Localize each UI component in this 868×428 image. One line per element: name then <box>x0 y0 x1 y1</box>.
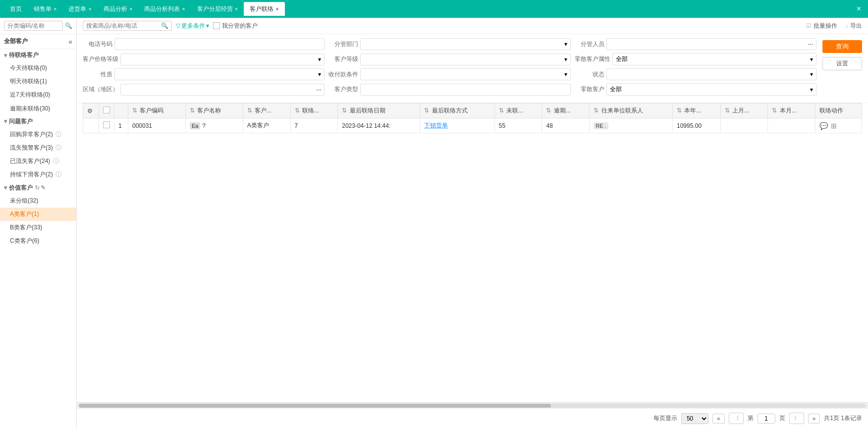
th-level[interactable]: ⇅ 客户... <box>243 104 290 118</box>
close-tab-customer-contact[interactable]: × <box>275 6 278 12</box>
th-contact-count[interactable]: ⇅ 联络... <box>290 104 338 118</box>
close-tab-product-analysis-list[interactable]: × <box>182 6 185 12</box>
filter-nature-select[interactable] <box>114 68 325 80</box>
scrollbar-track[interactable] <box>79 404 866 408</box>
sidebar-item-a-class[interactable]: A类客户(1) <box>0 208 76 221</box>
row-checkbox-icon[interactable] <box>103 121 110 128</box>
sidebar-item-tomorrow-pending[interactable]: 明天待联络(1) <box>0 75 76 88</box>
sidebar-group-problem[interactable]: ▾ 问题客户 <box>0 115 76 128</box>
close-tab-customer-tier[interactable]: × <box>235 6 238 12</box>
scrollbar-thumb[interactable] <box>79 404 551 408</box>
filter-region-label: 区域（地区） <box>83 85 118 94</box>
th-this-year[interactable]: ⇅ 本年... <box>673 104 721 118</box>
query-button[interactable]: 查询 <box>822 40 862 53</box>
sort-last-date-icon: ⇅ <box>342 107 347 114</box>
th-settings[interactable] <box>83 104 99 118</box>
filter-customer-type-select[interactable] <box>360 84 570 96</box>
per-page-select[interactable]: 50 100 200 <box>681 413 708 424</box>
filter-price-level-select[interactable] <box>120 54 325 65</box>
my-customer-check-icon[interactable] <box>213 22 220 29</box>
th-overdue[interactable]: ⇅ 逾期... <box>542 104 590 118</box>
filter-status-select[interactable] <box>606 68 816 80</box>
close-tab-sales[interactable]: × <box>54 6 56 12</box>
tab-product-analysis-list[interactable]: 商品分析列表 × <box>138 2 191 16</box>
th-contact-person[interactable]: ⇅ 往来单位联系人 <box>590 104 673 118</box>
export-button[interactable]: ↓ 导出 <box>845 22 862 30</box>
horizontal-scrollbar[interactable] <box>77 402 868 408</box>
th-not-contacted[interactable]: ⇅ 未联... <box>494 104 542 118</box>
tab-customer-contact[interactable]: 客户联络 × <box>244 2 284 16</box>
filter-customer-level-select[interactable] <box>360 54 570 65</box>
filter-person-select[interactable] <box>606 38 816 50</box>
sidebar-item-repurchase-abnormal[interactable]: 回购异常客户(2) ⓘ <box>0 128 76 141</box>
tab-product-analysis[interactable]: 商品分析 × <box>98 2 138 16</box>
header-checkbox-icon[interactable] <box>103 107 110 113</box>
filter-region-select[interactable] <box>120 84 325 96</box>
first-page-button[interactable]: « <box>712 414 725 424</box>
filter-row-2: 客户价格等级 客户等级 零散客户属性 <box>83 53 816 65</box>
my-customer-checkbox[interactable]: 我分管的客户 <box>213 22 258 30</box>
close-tab-product-analysis[interactable]: × <box>129 6 132 12</box>
sidebar-item-today-pending[interactable]: 今天待联络(0) <box>0 61 76 75</box>
sidebar-search-icon[interactable]: 🔍 <box>65 22 72 29</box>
sidebar-collapse-icon[interactable]: « <box>68 38 72 46</box>
last-contact-method-link[interactable]: 下销货单 <box>424 122 448 129</box>
table-settings-icon[interactable] <box>87 107 93 114</box>
filter-dept-select[interactable] <box>360 38 570 50</box>
value-refresh-icon[interactable]: ↻ <box>35 184 40 191</box>
th-last-contact-method[interactable]: ⇅ 最后联络方式 <box>420 104 495 118</box>
filter-scatter-attr-select[interactable]: 全部 <box>612 53 816 65</box>
sidebar-item-7days-pending[interactable]: 近7天待联络(0) <box>0 88 76 102</box>
th-last-month[interactable]: ⇅ 上月... <box>720 104 768 118</box>
page-label: 第 <box>748 414 754 423</box>
close-tab-purchase[interactable]: × <box>88 6 91 12</box>
setting-button[interactable]: 设置 <box>822 57 862 70</box>
page-number-input[interactable] <box>758 414 775 424</box>
toolbar-search-input[interactable] <box>86 22 161 29</box>
tab-sales[interactable]: 销售单 × <box>28 2 62 16</box>
sidebar-search-input[interactable] <box>4 21 63 31</box>
tab-purchase[interactable]: 进货单 × <box>62 2 97 16</box>
td-name[interactable]: Ea? <box>185 118 243 133</box>
sidebar-search-area: 🔍 <box>0 18 76 34</box>
sidebar-group-pending[interactable]: ▾ 待联络客户 <box>0 49 76 61</box>
sidebar-item-declining[interactable]: 持续下滑客户(2) ⓘ <box>0 168 76 181</box>
th-code[interactable]: ⇅ 客户编码 <box>128 104 186 118</box>
window-close-icon[interactable]: × <box>854 3 864 14</box>
toolbar: 🔍 ▽ 更多条件 ▾ 我分管的客户 ☑ 批量操作 ↓ 导出 <box>77 18 868 34</box>
next-page-button[interactable]: 〉 <box>789 413 804 424</box>
td-contact-count: 7 <box>290 118 338 133</box>
sidebar-item-churned[interactable]: 已流失客户(24) ⓘ <box>0 155 76 168</box>
filter-phone-input[interactable] <box>114 38 325 50</box>
sidebar-item-b-class[interactable]: B类客户(33) <box>0 221 76 234</box>
toolbar-search-icon[interactable]: 🔍 <box>161 22 168 29</box>
sidebar-group-value[interactable]: ▾ 价值客户 ↻ ✎ <box>0 182 76 194</box>
filter-payment-select[interactable] <box>360 68 570 80</box>
td-last-contact-method[interactable]: 下销货单 <box>420 118 495 133</box>
value-edit-icon[interactable]: ✎ <box>41 184 46 191</box>
sidebar-item-c-class[interactable]: C类客户(6) <box>0 234 76 248</box>
td-last-month <box>720 118 768 133</box>
filter-scatter-customer-select[interactable]: 全部 <box>606 83 816 96</box>
sidebar-item-churn-warning[interactable]: 流失预警客户(3) ⓘ <box>0 141 76 155</box>
batch-operation-button[interactable]: ☑ 批量操作 <box>806 22 837 30</box>
prev-page-button[interactable]: 〈 <box>729 413 744 424</box>
last-page-button[interactable]: » <box>808 414 820 424</box>
th-this-month[interactable]: ⇅ 本月... <box>768 104 815 118</box>
sidebar-item-ungrouped[interactable]: 未分组(32) <box>0 194 76 208</box>
status-chevron-icon <box>810 71 813 78</box>
more-filter-button[interactable]: ▽ 更多条件 ▾ <box>176 22 209 30</box>
td-code: 000031 <box>128 118 186 133</box>
th-last-contact-date[interactable]: ⇅ 最后联络日期 <box>338 104 420 118</box>
td-contact-person: RE . <box>590 118 673 133</box>
tab-home[interactable]: 首页 <box>4 2 28 16</box>
sidebar-item-overdue-pending[interactable]: 逾期未联络(30) <box>0 102 76 115</box>
qr-icon[interactable] <box>831 122 837 130</box>
sort-code-icon: ⇅ <box>132 107 137 114</box>
content-area: 🔍 ▽ 更多条件 ▾ 我分管的客户 ☑ 批量操作 ↓ 导出 <box>77 18 868 428</box>
chat-icon[interactable] <box>819 122 828 130</box>
tab-customer-tier[interactable]: 客户分层经营 × <box>191 2 244 16</box>
per-page-label: 每页显示 <box>653 414 677 423</box>
th-name[interactable]: ⇅ 客户名称 <box>185 104 243 118</box>
all-customers-header[interactable]: 全部客户 « <box>0 34 76 49</box>
